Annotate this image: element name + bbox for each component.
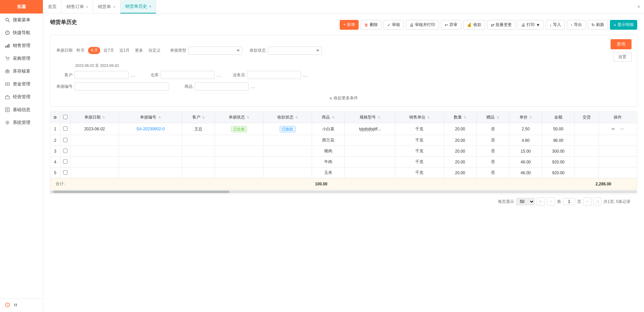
filter-doc-no-input[interactable] xyxy=(75,82,169,90)
sort-customer-icon[interactable]: ⇅ xyxy=(202,115,205,119)
sort-doc-no-icon[interactable]: ⇅ xyxy=(158,115,161,119)
col-spec[interactable]: 规格型号 ⇅ xyxy=(344,112,395,123)
tab-sales-history-close[interactable]: × xyxy=(149,4,151,8)
col-doc-date[interactable]: 单据日期 ⇅ xyxy=(71,112,119,123)
sort-qty-icon[interactable]: ⇅ xyxy=(464,115,466,119)
doc-no-link[interactable]: SA-20230602-0 xyxy=(136,127,165,131)
svg-rect-13 xyxy=(5,83,9,85)
per-page-select[interactable]: 50 100 200 xyxy=(516,198,535,205)
tab-sales-history[interactable]: 销货单历史 × xyxy=(120,0,156,14)
col-action: 操作 xyxy=(598,112,637,123)
col-customer[interactable]: 客户 ⇅ xyxy=(182,112,215,123)
tab-sales-goods-close[interactable]: × xyxy=(113,5,115,9)
row-checkbox[interactable] xyxy=(63,159,67,164)
tab-home[interactable]: 首页 xyxy=(43,0,62,14)
date-tab-custom[interactable]: 自定义 xyxy=(146,47,163,54)
col-gear[interactable]: ⚙ xyxy=(50,112,60,123)
col-gift[interactable]: 赠品 ⇅ xyxy=(476,112,509,123)
collapse-btn[interactable]: ∧ 收起更多条件 xyxy=(56,94,632,102)
filter-goods-dots[interactable]: ... xyxy=(251,83,255,89)
first-page-btn[interactable]: |< xyxy=(537,198,545,206)
settings-btn[interactable]: 设置 xyxy=(613,52,632,62)
sidebar-item-inventory[interactable]: 库存核算 xyxy=(0,65,43,78)
sidebar-item-finance-mgmt[interactable]: 资金管理 xyxy=(0,78,43,90)
row-checkbox[interactable] xyxy=(63,149,67,153)
collect-btn[interactable]: 💰 收款 xyxy=(463,20,485,30)
last-page-btn[interactable]: >| xyxy=(593,198,601,206)
sort-goods-icon[interactable]: ⇅ xyxy=(332,115,335,119)
tab-sales-goods[interactable]: 销货单 × xyxy=(93,0,120,14)
sidebar-item-basic-info[interactable]: 基础信息 xyxy=(0,103,43,116)
filter-salesman-input[interactable] xyxy=(247,71,301,79)
sort-collect-status-icon[interactable]: ⇅ xyxy=(295,115,298,119)
abandon-btn[interactable]: ↩ 弃审 xyxy=(441,20,461,30)
tab-sales-order[interactable]: 销售订单 × xyxy=(62,0,93,14)
date-tab-more[interactable]: 更多 xyxy=(133,47,145,54)
col-doc-status[interactable]: 单据状态 ⇅ xyxy=(215,112,263,123)
print-btn[interactable]: 🖨 打印 ▼ xyxy=(517,20,544,30)
svg-rect-24 xyxy=(16,304,17,306)
filter-warehouse-input[interactable] xyxy=(161,71,215,79)
col-checkbox[interactable] xyxy=(60,112,71,123)
sort-gift-icon[interactable]: ⇅ xyxy=(497,115,499,119)
audit-print-btn[interactable]: 🖨 审核并打印 xyxy=(406,20,439,30)
sidebar-item-sys-mgmt[interactable]: 系统管理 xyxy=(0,116,43,129)
next-page-btn[interactable]: > xyxy=(583,198,591,206)
filter-warehouse-dots[interactable]: ... xyxy=(217,72,221,78)
sidebar-item-search-menu[interactable]: 搜索菜单 xyxy=(0,14,43,26)
import-btn[interactable]: ↓ 导入 xyxy=(546,20,565,30)
row-num: 3 xyxy=(50,146,60,157)
refresh-btn[interactable]: ↻ 刷新 xyxy=(588,20,608,30)
tab-sales-order-close[interactable]: × xyxy=(86,5,88,9)
sort-doc-date-icon[interactable]: ⇅ xyxy=(102,115,105,119)
row-checkbox-cell xyxy=(60,123,71,135)
audit-btn[interactable]: ✓ 审核 xyxy=(384,20,404,30)
query-btn[interactable]: 查询 xyxy=(611,39,632,49)
col-transaction[interactable]: 交货 xyxy=(575,112,598,123)
page-number-input[interactable] xyxy=(563,198,575,205)
row-checkbox[interactable] xyxy=(63,126,67,131)
row-checkbox[interactable] xyxy=(63,170,67,175)
col-unit-price[interactable]: 单价 ⇅ xyxy=(509,112,542,123)
date-tab-1month[interactable]: 近1月 xyxy=(117,47,132,54)
col-goods[interactable]: 商品 ⇅ xyxy=(312,112,344,123)
date-tab-yesterday[interactable]: 昨天 xyxy=(75,47,87,54)
sidebar-item-operations-mgmt[interactable]: 经营管理 xyxy=(0,90,43,103)
table-gear-icon[interactable]: ⚙ xyxy=(53,115,57,120)
filter-doc-type-select[interactable] xyxy=(188,47,242,55)
row-checkbox[interactable] xyxy=(63,138,67,142)
filter-customer-dots[interactable]: ... xyxy=(131,72,135,78)
row-sales-unit: 千克 xyxy=(395,123,444,135)
sidebar-item-quick-nav[interactable]: 快捷导航 xyxy=(0,26,43,39)
notification-icon[interactable]: ! xyxy=(5,302,10,309)
delete-btn[interactable]: 🗑 删除 xyxy=(361,20,382,30)
sidebar-item-purchase-mgmt[interactable]: 采购管理 xyxy=(0,52,43,65)
filter-customer-input[interactable] xyxy=(75,71,129,79)
filter-salesman-dots[interactable]: ... xyxy=(303,72,307,78)
sort-sales-unit-icon[interactable]: ⇅ xyxy=(427,115,430,119)
date-tab-7days[interactable]: 近7天 xyxy=(102,47,116,54)
edit-icon[interactable]: ✏ xyxy=(610,126,617,132)
pause-icon[interactable] xyxy=(13,302,18,309)
export-btn[interactable]: ↑ 导出 xyxy=(567,20,586,30)
col-amount[interactable]: 金额 xyxy=(542,112,575,123)
new-btn[interactable]: + 新增 xyxy=(340,20,359,30)
batch-change-btn[interactable]: ⇄ 批量变更 xyxy=(487,20,515,30)
col-collect-status[interactable]: 收款状态 ⇅ xyxy=(263,112,312,123)
more-icon[interactable]: ⋯ xyxy=(619,126,625,132)
sort-spec-icon[interactable]: ⇅ xyxy=(377,115,380,119)
date-tab-today[interactable]: 今天 xyxy=(88,47,100,54)
sidebar-item-finance-mgmt-label: 资金管理 xyxy=(13,81,30,87)
tab-close-all-btn[interactable]: × xyxy=(634,4,644,9)
show-detail-btn[interactable]: ≡ 显示明细 xyxy=(610,20,637,30)
select-all-checkbox[interactable] xyxy=(63,115,67,119)
col-sales-unit[interactable]: 销售单位 ⇅ xyxy=(395,112,444,123)
col-qty[interactable]: 数量 ⇅ xyxy=(444,112,476,123)
sidebar-item-sales-mgmt[interactable]: 销售管理 xyxy=(0,39,43,52)
filter-goods-input[interactable] xyxy=(195,82,249,90)
prev-page-btn[interactable]: < xyxy=(547,198,555,206)
sort-doc-status-icon[interactable]: ⇅ xyxy=(247,115,249,119)
col-doc-no[interactable]: 单据编号 ⇅ xyxy=(119,112,182,123)
sort-unit-price-icon[interactable]: ⇅ xyxy=(529,115,532,119)
filter-collect-status-select[interactable] xyxy=(268,47,322,55)
